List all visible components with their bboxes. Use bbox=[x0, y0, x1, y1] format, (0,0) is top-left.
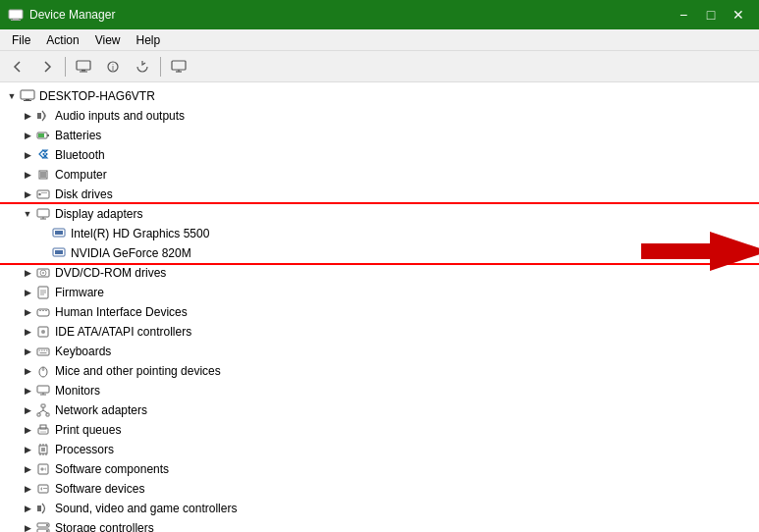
tree-item-display[interactable]: Display adapters bbox=[0, 204, 759, 224]
tree-item-computer[interactable]: Computer bbox=[0, 165, 759, 185]
monitor-button[interactable] bbox=[165, 54, 192, 80]
svg-rect-11 bbox=[21, 90, 34, 99]
intel-gpu-icon bbox=[51, 226, 67, 241]
svg-rect-39 bbox=[39, 310, 41, 311]
tree-item-print[interactable]: Print queues bbox=[0, 420, 759, 440]
svg-rect-49 bbox=[40, 352, 47, 353]
svg-rect-47 bbox=[44, 350, 46, 351]
svg-point-43 bbox=[41, 330, 45, 334]
sound-label: Sound, video and game controllers bbox=[55, 502, 237, 515]
svg-rect-77 bbox=[37, 505, 41, 511]
menu-help[interactable]: Help bbox=[129, 31, 169, 49]
toolbar: i bbox=[0, 51, 759, 82]
tree-item-network[interactable]: Network adapters bbox=[0, 400, 759, 420]
properties-button[interactable]: i bbox=[99, 54, 127, 80]
monitors-label: Monitors bbox=[55, 384, 100, 398]
tree-item-sound[interactable]: Sound, video and game controllers bbox=[0, 499, 759, 518]
softwaredev-label: Software devices bbox=[55, 482, 144, 496]
expand-sound bbox=[20, 501, 35, 516]
network-icon bbox=[35, 402, 51, 418]
tree-item-keyboards[interactable]: Keyboards bbox=[0, 342, 759, 361]
device-tree: DESKTOP-HAG6VTR Audio inputs and outputs bbox=[0, 82, 759, 532]
svg-line-61 bbox=[43, 410, 48, 413]
display-icon bbox=[35, 206, 51, 222]
update-button[interactable] bbox=[129, 54, 156, 80]
close-button[interactable]: ✕ bbox=[726, 5, 751, 25]
disk-icon bbox=[35, 186, 51, 202]
processors-label: Processors bbox=[55, 443, 114, 456]
expand-bluetooth bbox=[20, 147, 35, 163]
tree-item-monitors[interactable]: Monitors bbox=[0, 381, 759, 400]
tree-item-mice[interactable]: Mice and other pointing devices bbox=[0, 361, 759, 381]
red-arrow-annotation bbox=[641, 232, 759, 274]
storage-icon bbox=[35, 520, 51, 532]
softwarecomp-icon bbox=[35, 461, 51, 477]
expand-disk bbox=[20, 186, 35, 202]
svg-rect-45 bbox=[39, 350, 41, 351]
network-label: Network adapters bbox=[55, 403, 147, 417]
expand-nvidia bbox=[35, 245, 51, 261]
nvidia-label: NVIDIA GeForce 820M bbox=[71, 246, 191, 260]
root-label: DESKTOP-HAG6VTR bbox=[39, 89, 155, 103]
tree-item-firmware[interactable]: Firmware bbox=[0, 283, 759, 302]
tree-item-audio[interactable]: Audio inputs and outputs bbox=[0, 106, 759, 126]
expand-firmware bbox=[20, 285, 35, 300]
tree-item-bluetooth[interactable]: Bluetooth bbox=[0, 145, 759, 165]
svg-rect-76 bbox=[43, 488, 47, 489]
hid-label: Human Interface Devices bbox=[55, 305, 188, 319]
title-bar-left: Device Manager bbox=[8, 7, 115, 23]
svg-rect-1 bbox=[13, 19, 19, 20]
audio-icon bbox=[35, 108, 51, 124]
expand-storage bbox=[20, 520, 35, 532]
svg-marker-30 bbox=[641, 232, 759, 271]
menu-action[interactable]: Action bbox=[38, 31, 86, 49]
tree-item-softwarecomp[interactable]: Software components bbox=[0, 459, 759, 479]
svg-rect-12 bbox=[26, 99, 29, 100]
svg-point-80 bbox=[46, 524, 48, 526]
forward-button[interactable] bbox=[33, 54, 61, 80]
audio-label: Audio inputs and outputs bbox=[55, 109, 185, 123]
tree-item-hid[interactable]: Human Interface Devices bbox=[0, 302, 759, 322]
expand-mice bbox=[20, 363, 35, 379]
expand-display bbox=[20, 206, 35, 222]
tree-item-batteries[interactable]: Batteries bbox=[0, 126, 759, 145]
svg-rect-17 bbox=[38, 133, 44, 137]
softwaredev-icon bbox=[35, 481, 51, 497]
tree-item-storage[interactable]: Storage controllers bbox=[0, 518, 759, 532]
tree-item-disk[interactable]: Disk drives bbox=[0, 185, 759, 204]
minimize-button[interactable]: − bbox=[671, 5, 696, 25]
menu-view[interactable]: View bbox=[87, 31, 129, 49]
window-title: Device Manager bbox=[29, 8, 115, 22]
svg-rect-48 bbox=[46, 350, 48, 351]
menu-file[interactable]: File bbox=[4, 31, 38, 49]
window-controls: − □ ✕ bbox=[671, 5, 751, 25]
monitors-icon bbox=[35, 383, 51, 399]
svg-rect-2 bbox=[11, 20, 21, 21]
tree-item-softwaredev[interactable]: Software devices bbox=[0, 479, 759, 499]
app-icon bbox=[8, 7, 24, 23]
svg-rect-29 bbox=[55, 250, 63, 254]
tree-item-ide[interactable]: IDE ATA/ATAPI controllers bbox=[0, 322, 759, 342]
maximize-button[interactable]: □ bbox=[698, 5, 724, 25]
content-area: DESKTOP-HAG6VTR Audio inputs and outputs bbox=[0, 82, 759, 532]
back-button[interactable] bbox=[4, 54, 31, 80]
display-adapters-group: Display adapters Intel(R) HD Graphics 55… bbox=[0, 204, 759, 263]
tree-root[interactable]: DESKTOP-HAG6VTR bbox=[0, 86, 759, 106]
dvd-label: DVD/CD-ROM drives bbox=[55, 266, 166, 280]
firmware-label: Firmware bbox=[55, 286, 104, 299]
firmware-icon bbox=[35, 285, 51, 300]
expand-network bbox=[20, 402, 35, 418]
print-icon bbox=[35, 422, 51, 438]
svg-text:i: i bbox=[112, 63, 114, 73]
svg-rect-4 bbox=[81, 70, 85, 72]
svg-rect-58 bbox=[46, 413, 49, 416]
svg-rect-23 bbox=[37, 209, 49, 217]
mice-icon bbox=[35, 363, 51, 379]
computer-button[interactable] bbox=[70, 54, 97, 80]
battery-icon bbox=[35, 128, 51, 143]
expand-processors bbox=[20, 442, 35, 457]
expand-softwarecomp bbox=[20, 461, 35, 477]
ide-icon bbox=[35, 324, 51, 340]
expand-print bbox=[20, 422, 35, 438]
tree-item-processors[interactable]: Processors bbox=[0, 440, 759, 459]
